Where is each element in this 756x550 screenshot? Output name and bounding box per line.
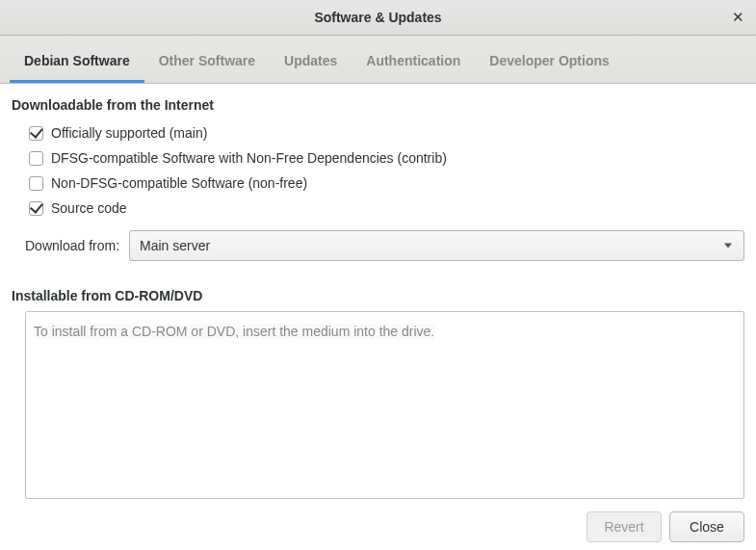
checkbox-main[interactable] [29,126,43,141]
installable-section-label: Installable from CD-ROM/DVD [12,288,744,303]
chevron-down-icon [724,244,732,249]
checkbox-contrib[interactable] [29,151,43,166]
cd-rom-list: To install from a CD-ROM or DVD, insert … [25,311,744,499]
revert-button[interactable]: Revert [587,511,662,542]
tab-developer-options[interactable]: Developer Options [475,45,623,83]
tab-updates[interactable]: Updates [270,45,352,83]
cd-rom-placeholder: To install from a CD-ROM or DVD, insert … [34,324,434,339]
checkbox-row-contrib: DFSG-compatible Software with Non-Free D… [12,145,744,170]
tab-other-software[interactable]: Other Software [144,45,270,83]
tab-debian-software[interactable]: Debian Software [10,45,144,83]
downloadable-section-label: Downloadable from the Internet [12,97,744,113]
checkbox-source[interactable] [29,201,43,216]
installable-section: Installable from CD-ROM/DVD To install f… [12,288,744,499]
window-title: Software & Updates [314,10,441,25]
download-from-label: Download from: [25,238,119,253]
close-icon[interactable]: ✕ [727,7,748,28]
checkbox-contrib-label[interactable]: DFSG-compatible Software with Non-Free D… [51,150,447,166]
checkbox-main-label[interactable]: Officially supported (main) [51,125,207,141]
checkbox-row-source: Source code [12,196,744,221]
checkbox-nonfree[interactable] [29,176,43,191]
close-button[interactable]: Close [669,511,744,542]
tab-content: Downloadable from the Internet Officiall… [0,84,756,509]
checkbox-row-main: Officially supported (main) [12,120,744,145]
download-from-value: Main server [140,238,210,253]
titlebar: Software & Updates ✕ [0,0,756,36]
button-bar: Revert Close [0,504,756,550]
checkbox-nonfree-label[interactable]: Non-DFSG-compatible Software (non-free) [51,175,307,191]
tab-bar: Debian Software Other Software Updates A… [0,36,756,84]
download-from-dropdown[interactable]: Main server [129,230,744,261]
download-from-row: Download from: Main server [12,230,744,261]
tab-authentication[interactable]: Authentication [352,45,475,83]
checkbox-source-label[interactable]: Source code [51,200,127,216]
checkbox-row-nonfree: Non-DFSG-compatible Software (non-free) [12,170,744,196]
